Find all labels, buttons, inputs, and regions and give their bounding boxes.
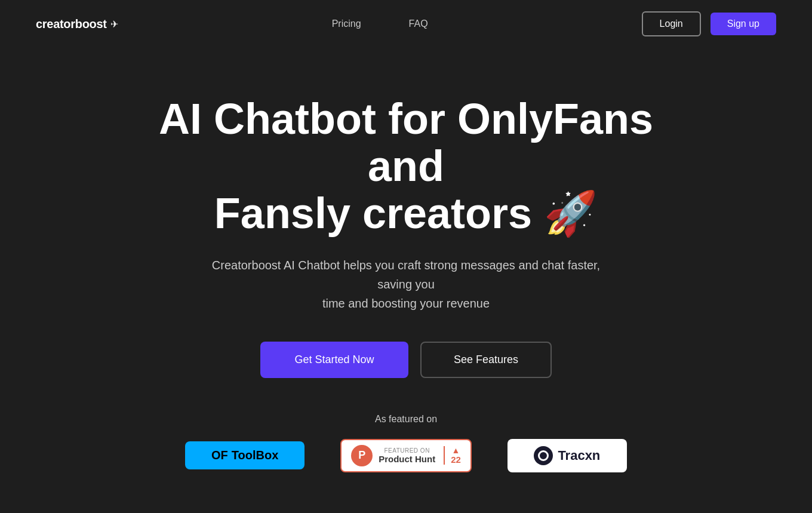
bottom-text: Our AI Chatbot is used by hundreds of On… xyxy=(0,508,812,513)
product-hunt-p: P xyxy=(358,449,365,462)
nav-faq[interactable]: FAQ xyxy=(409,19,428,29)
product-hunt-text: FEATURED ON Product Hunt xyxy=(379,447,435,464)
product-hunt-icon: P xyxy=(351,445,373,466)
of-toolbox-badge[interactable]: OF ToolBox xyxy=(185,441,304,469)
nav-links: Pricing FAQ xyxy=(332,19,428,29)
product-hunt-name: Product Hunt xyxy=(379,454,435,464)
navbar: creatorboost ✈ Pricing FAQ Login Sign up xyxy=(0,0,812,48)
get-started-button[interactable]: Get Started Now xyxy=(260,342,408,378)
of-toolbox-name: ToolBox xyxy=(232,449,279,462)
logo-icon: ✈ xyxy=(110,19,118,30)
signup-button[interactable]: Sign up xyxy=(710,13,776,35)
product-hunt-badge[interactable]: P FEATURED ON Product Hunt ▲ 22 xyxy=(340,439,472,472)
product-hunt-featured-on: FEATURED ON xyxy=(379,447,435,454)
hero-subtitle-line1: Creatorboost AI Chatbot helps you craft … xyxy=(212,259,600,291)
product-hunt-arrow: ▲ xyxy=(452,446,460,454)
tracxn-badge[interactable]: Tracxn xyxy=(508,439,627,472)
logo-text: creatorboost xyxy=(36,17,107,31)
product-hunt-number: 22 xyxy=(451,454,461,465)
hero-section: AI Chatbot for OnlyFans and Fansly creat… xyxy=(0,48,812,508)
hero-title: AI Chatbot for OnlyFans and Fansly creat… xyxy=(137,96,675,238)
logo[interactable]: creatorboost ✈ xyxy=(36,17,118,31)
tracxn-name: Tracxn xyxy=(558,448,600,463)
see-features-button[interactable]: See Features xyxy=(420,342,552,378)
hero-subtitle: Creatorboost AI Chatbot helps you craft … xyxy=(197,256,615,313)
login-button[interactable]: Login xyxy=(642,11,701,36)
featured-logos: OF ToolBox P FEATURED ON Product Hunt ▲ … xyxy=(185,439,627,472)
nav-pricing[interactable]: Pricing xyxy=(332,19,361,29)
product-hunt-count: ▲ 22 xyxy=(444,446,461,465)
tracxn-inner-circle xyxy=(538,450,549,461)
nav-actions: Login Sign up xyxy=(642,11,776,36)
of-toolbox-prefix: OF xyxy=(211,449,228,462)
hero-subtitle-line2: time and boosting your revenue xyxy=(322,297,490,310)
hero-buttons: Get Started Now See Features xyxy=(260,342,552,378)
featured-label: As featured on xyxy=(375,414,437,425)
hero-title-line1: AI Chatbot for OnlyFans and xyxy=(159,95,653,190)
tracxn-icon xyxy=(534,446,553,465)
featured-section: As featured on OF ToolBox P FEATURED ON … xyxy=(185,414,627,472)
hero-title-line2: Fansly creators 🚀 xyxy=(214,189,598,237)
